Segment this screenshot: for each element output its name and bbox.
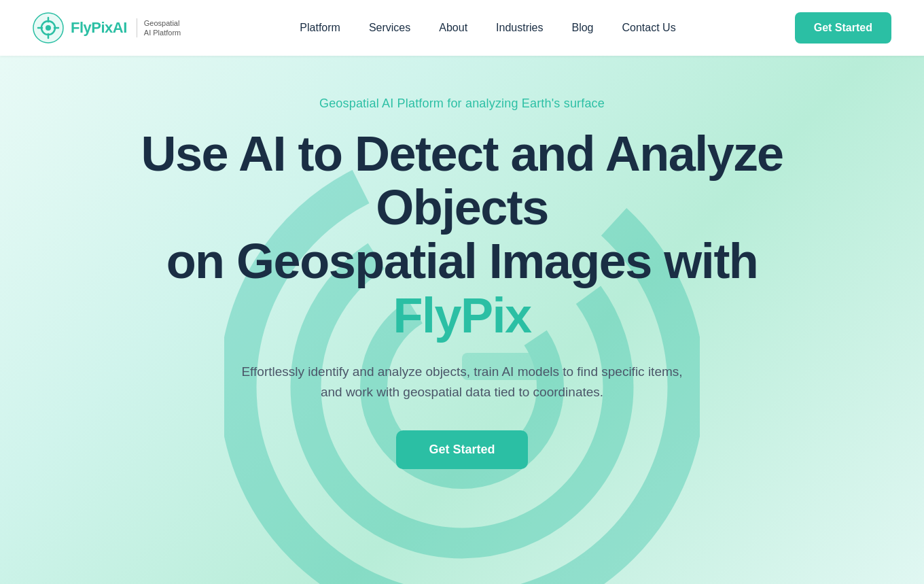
flypix-logo-icon bbox=[33, 12, 64, 44]
logo-name: FlyPixAI bbox=[71, 20, 127, 36]
logo-text: FlyPixAI bbox=[71, 20, 127, 36]
hero-subtitle: Effortlessly identify and analyze object… bbox=[238, 362, 686, 403]
logo-subtitle-line1: Geospatial bbox=[144, 18, 181, 28]
logo-subtitle-block: Geospatial AI Platform bbox=[137, 18, 181, 38]
nav-industries[interactable]: Industries bbox=[484, 15, 555, 41]
hero-content: Geospatial AI Platform for analyzing Ear… bbox=[88, 97, 836, 469]
logo-subtitle-line2: AI Platform bbox=[144, 28, 181, 37]
nav-contact[interactable]: Contact Us bbox=[609, 15, 688, 41]
navbar: FlyPixAI Geospatial AI Platform Platform… bbox=[0, 0, 924, 56]
hero-title: Use AI to Detect and Analyze Objects on … bbox=[116, 127, 808, 343]
hero-section: Geospatial AI Platform for analyzing Ear… bbox=[0, 56, 924, 584]
svg-point-2 bbox=[46, 25, 51, 31]
logo[interactable]: FlyPixAI Geospatial AI Platform bbox=[33, 12, 181, 44]
nav-links: Platform Services About Industries Blog … bbox=[287, 15, 688, 41]
hero-eyebrow: Geospatial AI Platform for analyzing Ear… bbox=[116, 97, 808, 111]
nav-about[interactable]: About bbox=[427, 15, 480, 41]
hero-title-line1: Use AI to Detect and Analyze Objects bbox=[141, 126, 783, 235]
nav-get-started-button[interactable]: Get Started bbox=[795, 12, 891, 44]
hero-get-started-button[interactable]: Get Started bbox=[396, 430, 527, 469]
nav-platform[interactable]: Platform bbox=[287, 15, 353, 41]
hero-title-line2-plain: on Geospatial Images with bbox=[166, 234, 758, 288]
nav-blog[interactable]: Blog bbox=[559, 15, 605, 41]
nav-services[interactable]: Services bbox=[357, 15, 423, 41]
hero-title-highlight: FlyPix bbox=[393, 288, 531, 343]
